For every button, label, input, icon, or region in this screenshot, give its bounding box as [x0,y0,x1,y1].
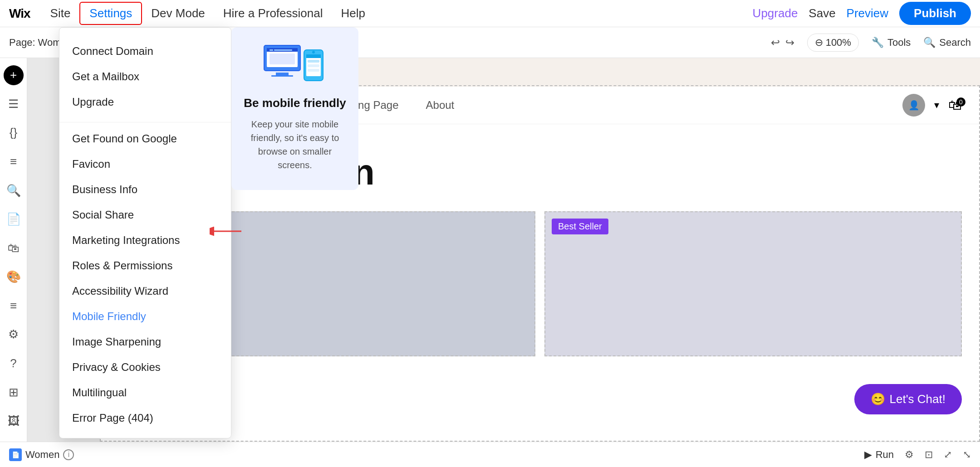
mobile-illustration [263,42,327,89]
menu-get-mailbox[interactable]: Get a Mailbox [59,64,231,89]
svg-rect-11 [306,54,321,58]
bottom-page-info: 📄 Women i [9,448,74,461]
blog-icon[interactable]: 📄 [4,209,24,229]
tools-button[interactable]: 🔧 Tools [872,37,911,49]
paint-icon[interactable]: 🎨 [4,267,24,287]
menu-social-share[interactable]: Social Share [59,202,231,228]
svg-rect-4 [274,49,292,51]
bottom-page-name: Women [25,449,59,461]
zoom-level: 100% [826,37,851,49]
store-icon[interactable]: 🛍 [4,238,24,258]
connect-icon[interactable]: ⚙ [4,325,24,345]
search-button[interactable]: 🔍 Search [923,37,971,49]
search-sidebar-icon[interactable]: 🔍 [4,180,24,200]
best-seller-badge: Best Seller [552,219,608,234]
undo-button[interactable]: ↩ [771,36,780,49]
elements-icon[interactable]: ≡ [4,152,24,172]
cart-icon[interactable]: 🛍 0 [948,97,962,113]
settings-dropdown: Connect Domain Get a Mailbox Upgrade Get… [59,27,231,438]
site-menu[interactable]: Site [41,3,80,24]
search-icon: 🔍 [923,37,936,49]
widgets-icon[interactable]: ⊞ [4,382,24,402]
upgrade-button[interactable]: Upgrade [753,6,798,20]
layers-icon[interactable]: ≡ [4,296,24,316]
bottom-page-icon: 📄 [9,448,22,461]
panel-description: Keep your site mobile friendly, so it's … [242,117,348,172]
menu-accessibility-wizard[interactable]: Accessibility Wizard [59,278,231,304]
menu-image-sharpening[interactable]: Image Sharpening [59,329,231,355]
bottombar: 📄 Women i ▶ Run ⚙ ⊡ ⤢ ⤡ [0,442,980,467]
zoom-minus-icon: ⊖ [815,37,823,49]
help-sidebar-icon[interactable]: ? [4,354,24,374]
media-icon[interactable]: 🖼 [4,411,24,431]
svg-point-10 [312,51,315,54]
redo-button[interactable]: ↪ [785,36,794,49]
preview-button[interactable]: Preview [847,6,888,20]
svg-rect-3 [270,49,273,51]
svg-rect-14 [308,69,319,72]
pages-icon[interactable]: ☰ [4,94,24,114]
topbar: Wix Site Settings Dev Mode Hire a Profes… [0,0,980,27]
svg-rect-6 [276,73,289,75]
expand-icon[interactable]: ⤢ [944,449,952,461]
svg-rect-5 [270,54,295,64]
menu-favicon[interactable]: Favicon [59,151,231,177]
run-label: Run [876,449,894,461]
menu-error-page[interactable]: Error Page (404) [59,405,231,431]
menu-business-info[interactable]: Business Info [59,177,231,202]
account-avatar[interactable]: 👤 [902,94,925,117]
svg-rect-13 [308,64,319,67]
bottom-info-icon[interactable]: i [63,449,74,460]
svg-rect-12 [308,60,319,63]
svg-rect-7 [271,75,293,77]
nav-chevron-icon: ▾ [934,99,939,111]
arrow-indicator [210,222,246,240]
save-button[interactable]: Save [808,6,835,20]
product-card-2: Best Seller [544,211,962,356]
run-button[interactable]: ▶ Run [864,449,894,461]
menu-privacy-cookies[interactable]: Privacy & Cookies [59,355,231,380]
devmode-menu[interactable]: Dev Mode [142,3,214,24]
publish-button[interactable]: Publish [899,2,971,25]
design-icon[interactable]: {} [4,123,24,143]
search-label: Search [939,37,971,49]
menu-connect-domain[interactable]: Connect Domain [59,39,231,64]
tools-label: Tools [887,37,911,49]
zoom-control[interactable]: ⊖ 100% [807,34,859,52]
help-menu[interactable]: Help [332,3,374,24]
wix-logo: Wix [9,6,30,21]
menu-upgrade[interactable]: Upgrade [59,89,231,115]
mobile-friendly-panel: Be mobile friendly Keep your site mobile… [231,27,358,190]
page-label: Page: Wome [9,37,67,49]
collapse-icon[interactable]: ⤡ [963,449,971,461]
adjust-icon[interactable]: ⚙ [905,449,914,461]
nav-item-about[interactable]: About [426,99,455,112]
menu-marketing-integrations[interactable]: Marketing Integrations [59,228,231,253]
menu-mobile-friendly[interactable]: Mobile Friendly [59,304,231,329]
frame-icon[interactable]: ⊡ [925,449,933,461]
chat-icon: 😊 [871,392,885,406]
menu-roles-permissions[interactable]: Roles & Permissions [59,253,231,278]
menu-get-found-google[interactable]: Get Found on Google [59,126,231,151]
left-sidebar: + ☰ {} ≡ 🔍 📄 🛍 🎨 ≡ ⚙ ? ⊞ 🖼 ⊟ [0,58,27,467]
panel-title: Be mobile friendly [244,96,346,110]
chat-label: Let's Chat! [890,392,946,406]
tools-icon: 🔧 [872,37,884,49]
run-icon: ▶ [864,449,872,461]
menu-multilingual[interactable]: Multilingual [59,380,231,405]
chat-button[interactable]: 😊 Let's Chat! [854,384,962,414]
settings-menu-trigger[interactable]: Settings [79,2,142,25]
add-element-button[interactable]: + [4,65,24,85]
hire-menu[interactable]: Hire a Professional [214,3,332,24]
